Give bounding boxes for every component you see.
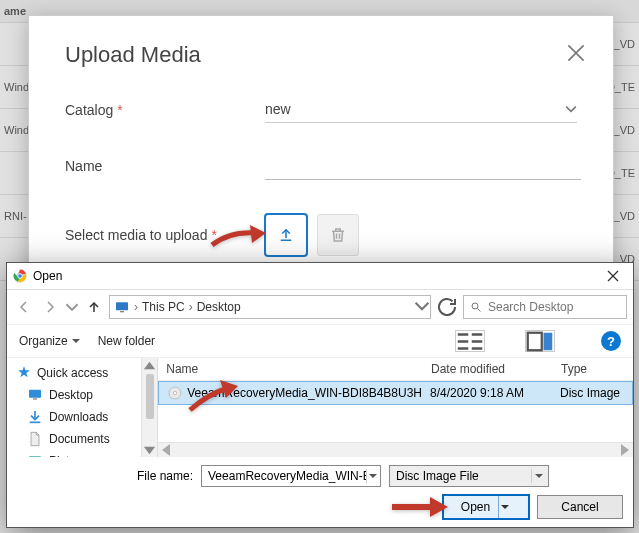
tree-desktop[interactable]: Desktop📌	[11, 384, 153, 406]
tree-quick-access[interactable]: Quick access	[11, 362, 153, 384]
svg-point-5	[472, 303, 478, 309]
crumb-0[interactable]: This PC	[142, 300, 185, 314]
select-media-label: Select media to upload*	[65, 227, 265, 243]
view-list-button[interactable]	[455, 330, 485, 352]
nav-back-button[interactable]	[13, 296, 35, 318]
search-icon	[470, 301, 482, 313]
nav-up-button[interactable]	[83, 296, 105, 318]
tree-scrollbar[interactable]	[141, 358, 157, 457]
filename-value: VeeamRecoveryMedia_WIN-BDI8B4B	[208, 469, 366, 483]
name-input[interactable]	[265, 151, 581, 180]
catalog-value: new	[265, 101, 291, 117]
tree-downloads[interactable]: Downloads📌	[11, 406, 153, 428]
svg-rect-3	[116, 302, 128, 310]
svg-point-13	[174, 391, 177, 394]
dialog-titlebar: Open	[7, 263, 633, 290]
svg-rect-9	[33, 398, 37, 399]
svg-point-2	[18, 274, 23, 279]
file-list: Name Date modified Type VeeamRecoveryMed…	[158, 358, 633, 457]
organize-menu[interactable]: Organize	[19, 334, 80, 348]
file-type: Disc Image	[552, 386, 632, 400]
svg-rect-8	[29, 390, 41, 398]
chevron-down-icon	[366, 469, 378, 483]
delete-button	[317, 214, 359, 256]
trash-icon	[329, 226, 347, 244]
chevron-down-icon	[531, 469, 546, 483]
star-icon	[17, 365, 31, 379]
toolbar-row: Organize New folder ?	[7, 324, 633, 358]
close-icon[interactable]	[563, 40, 589, 66]
nav-tree: Quick access Desktop📌 Downloads📌 Documen…	[7, 358, 158, 457]
col-type[interactable]: Type	[553, 362, 633, 376]
nav-fwd-button[interactable]	[39, 296, 61, 318]
refresh-button[interactable]	[435, 295, 459, 319]
upload-icon	[277, 226, 295, 244]
file-list-hscroll[interactable]	[158, 442, 633, 457]
catalog-select[interactable]: new	[265, 96, 577, 123]
search-input[interactable]: Search Desktop	[463, 295, 627, 319]
tree-documents[interactable]: Documents📌	[11, 428, 153, 450]
chrome-icon	[13, 269, 27, 283]
dialog-title: Open	[33, 269, 62, 283]
chevron-down-icon	[565, 103, 577, 115]
filter-combo[interactable]: Disc Image File	[389, 465, 549, 487]
modal-title: Upload Media	[65, 42, 577, 68]
address-bar[interactable]: › This PC › Desktop	[109, 295, 431, 319]
cancel-button[interactable]: Cancel	[537, 495, 623, 519]
recent-dropdown-icon[interactable]	[65, 296, 79, 318]
svg-rect-10	[29, 456, 41, 457]
view-preview-button[interactable]	[525, 330, 555, 352]
address-dropdown-icon[interactable]	[414, 298, 430, 317]
file-date: 8/4/2020 9:18 AM	[422, 386, 552, 400]
svg-rect-6	[528, 332, 542, 350]
filter-value: Disc Image File	[396, 469, 479, 483]
open-split-icon[interactable]	[498, 496, 511, 518]
filename-row: File name: VeeamRecoveryMedia_WIN-BDI8B4…	[7, 457, 633, 495]
dialog-close-button[interactable]	[593, 263, 633, 289]
tree-pictures[interactable]: Pictures📌	[11, 450, 153, 457]
file-row-selected[interactable]: VeeamRecoveryMedia_WIN-BDI8B4B8U3H 8/4/2…	[158, 381, 633, 405]
crumb-1[interactable]: Desktop	[197, 300, 241, 314]
name-label: Name	[65, 158, 265, 174]
help-button[interactable]: ?	[601, 331, 621, 351]
upload-button[interactable]	[265, 214, 307, 256]
download-icon	[27, 409, 43, 425]
col-name[interactable]: Name	[158, 362, 423, 376]
catalog-label: Catalog*	[65, 102, 265, 118]
document-icon	[27, 431, 43, 447]
nav-row: › This PC › Desktop Search Desktop	[7, 290, 633, 324]
pictures-icon	[27, 453, 43, 457]
search-placeholder: Search Desktop	[488, 300, 573, 314]
disc-image-icon	[167, 385, 183, 401]
new-folder-button[interactable]: New folder	[98, 334, 155, 348]
file-name: VeeamRecoveryMedia_WIN-BDI8B4B8U3H	[187, 386, 422, 400]
open-button[interactable]: Open	[443, 495, 529, 519]
filename-combo[interactable]: VeeamRecoveryMedia_WIN-BDI8B4B	[201, 465, 381, 487]
pc-icon	[114, 299, 130, 315]
svg-rect-4	[120, 311, 124, 312]
dialog-button-row: Open Cancel	[7, 495, 633, 527]
file-list-header: Name Date modified Type	[158, 358, 633, 381]
col-date[interactable]: Date modified	[423, 362, 553, 376]
file-open-dialog: Open › This PC › Desktop Search Desktop …	[6, 262, 634, 528]
svg-rect-7	[544, 332, 553, 350]
filename-label: File name:	[137, 469, 193, 483]
desktop-icon	[27, 387, 43, 403]
